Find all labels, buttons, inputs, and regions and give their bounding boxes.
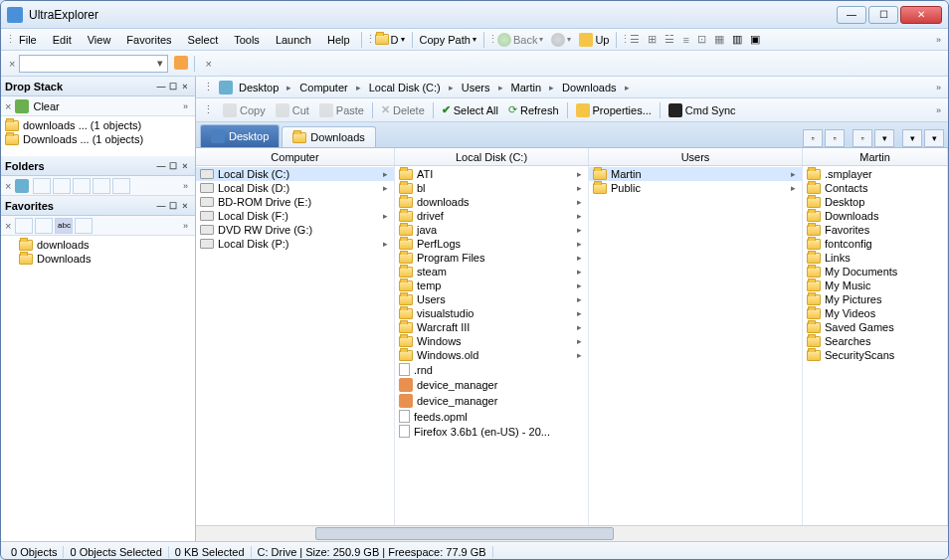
tab-desktop[interactable]: Desktop xyxy=(200,124,280,147)
close-panel-icon[interactable]: × xyxy=(201,58,215,70)
close-panel-icon[interactable]: × xyxy=(5,58,19,70)
dropstack-item[interactable]: downloads ... (1 objects) xyxy=(3,118,193,132)
scrollbar-thumb[interactable] xyxy=(315,527,614,540)
column-item[interactable]: Saved Games xyxy=(803,320,947,334)
column-item[interactable]: java▸ xyxy=(395,223,588,237)
column-item[interactable]: Searches xyxy=(803,334,947,348)
breadcrumb-part[interactable]: Martin xyxy=(507,81,546,94)
copy-path-button[interactable]: Copy Path ▾ xyxy=(416,33,480,47)
column-item[interactable]: Windows▸ xyxy=(395,334,588,348)
menu-select[interactable]: Select xyxy=(180,32,227,48)
close-panel-icon[interactable]: × xyxy=(5,180,11,192)
tab-downloads[interactable]: Downloads xyxy=(282,126,375,147)
chevron-right-icon[interactable]: ▸ xyxy=(623,83,632,93)
menu-launch[interactable]: Launch xyxy=(268,32,319,48)
view-details-button[interactable]: ≡ xyxy=(678,33,692,47)
overflow-chevron[interactable]: » xyxy=(180,221,191,231)
fav-tool-button[interactable]: abc xyxy=(55,218,73,234)
menu-tools[interactable]: Tools xyxy=(226,32,268,48)
column-item[interactable]: Favorites xyxy=(803,223,947,237)
clear-button[interactable]: Clear xyxy=(33,100,59,112)
refresh-button[interactable]: ⟳Refresh xyxy=(504,101,563,118)
column-header[interactable]: Computer xyxy=(196,148,395,165)
folder-tool-button[interactable] xyxy=(33,178,51,194)
paste-button[interactable]: Paste xyxy=(315,101,368,119)
column-item[interactable]: device_manager xyxy=(395,393,588,409)
column-item[interactable]: .rnd xyxy=(395,362,588,377)
column-item[interactable]: ATI▸ xyxy=(395,167,588,181)
column-header[interactable]: Local Disk (C:) xyxy=(395,148,589,165)
view-button[interactable]: ▫ xyxy=(803,129,823,147)
fav-tool-button[interactable] xyxy=(35,218,53,234)
column-item[interactable]: device_manager xyxy=(395,377,588,393)
column-item[interactable]: Windows.old▸ xyxy=(395,348,588,362)
folder-tool-button[interactable] xyxy=(53,178,71,194)
column-item[interactable]: PerfLogs▸ xyxy=(395,237,588,251)
column-item[interactable]: Users▸ xyxy=(395,292,588,306)
forward-button[interactable]: ▾ xyxy=(547,32,575,48)
column-header[interactable]: Users xyxy=(589,148,803,165)
fav-tool-button[interactable] xyxy=(75,218,93,234)
column-item[interactable]: My Videos xyxy=(803,306,947,320)
menu-edit[interactable]: Edit xyxy=(45,32,80,48)
close-button[interactable]: ✕ xyxy=(900,6,942,24)
dropstack-item[interactable]: Downloads ... (1 objects) xyxy=(3,132,193,146)
column-item[interactable]: Martin▸ xyxy=(589,167,802,181)
view-button[interactable]: ▫ xyxy=(825,129,845,147)
back-button[interactable]: Back ▾ xyxy=(493,32,547,48)
column-item[interactable]: DVD RW Drive (G:) xyxy=(196,223,394,237)
column-item[interactable]: Local Disk (C:)▸ xyxy=(196,167,394,181)
chevron-right-icon[interactable]: ▸ xyxy=(496,83,505,93)
menu-file[interactable]: File xyxy=(11,32,45,48)
overflow-chevron[interactable]: » xyxy=(180,101,191,111)
view-small-button[interactable]: ⊡ xyxy=(693,32,710,47)
column-header[interactable]: Martin xyxy=(803,148,948,165)
chevron-right-icon[interactable]: ▸ xyxy=(285,83,293,93)
folder-dropdown[interactable]: D▾ xyxy=(371,33,409,47)
breadcrumb-part[interactable]: Users xyxy=(458,81,494,94)
column-item[interactable]: .smplayer xyxy=(803,167,947,181)
maximize-button[interactable]: ☐ xyxy=(868,6,898,24)
menu-favorites[interactable]: Favorites xyxy=(118,32,179,48)
breadcrumb-part[interactable]: Local Disk (C:) xyxy=(365,81,445,94)
column-item[interactable]: drivef▸ xyxy=(395,209,588,223)
column-item[interactable]: Firefox 3.6b1 (en-US) - 20... xyxy=(395,424,588,439)
view-list-button[interactable]: ☱ xyxy=(661,32,678,47)
favorite-item[interactable]: downloads xyxy=(3,238,193,252)
breadcrumb-part[interactable]: Desktop xyxy=(235,81,283,94)
view-button[interactable]: ▾ xyxy=(874,129,894,147)
horizontal-scrollbar[interactable] xyxy=(196,525,948,541)
panel-restore-icon[interactable]: ☐ xyxy=(167,81,179,93)
panel-minimize-icon[interactable]: — xyxy=(155,81,167,93)
column-item[interactable]: Local Disk (D:)▸ xyxy=(196,181,394,195)
properties-button[interactable]: Properties... xyxy=(572,101,656,119)
chevron-right-icon[interactable]: ▸ xyxy=(547,83,556,93)
panel-close-icon[interactable]: × xyxy=(179,81,191,93)
view-columns-button[interactable]: ▥ xyxy=(728,32,746,47)
overflow-chevron[interactable]: » xyxy=(933,105,944,115)
column-item[interactable]: Warcraft III▸ xyxy=(395,320,588,334)
column-item[interactable]: My Pictures xyxy=(803,292,947,306)
go-button[interactable] xyxy=(174,56,188,72)
chevron-right-icon[interactable]: ▸ xyxy=(447,83,456,93)
folder-tool-button[interactable] xyxy=(73,178,91,194)
column-item[interactable]: visualstudio▸ xyxy=(395,306,588,320)
overflow-chevron[interactable]: » xyxy=(933,35,944,45)
column-item[interactable]: fontconfig xyxy=(803,237,947,251)
chevron-right-icon[interactable]: ▸ xyxy=(354,83,363,93)
panel-minimize-icon[interactable]: — xyxy=(155,200,167,212)
view-dual-button[interactable]: ▣ xyxy=(746,32,764,47)
overflow-chevron[interactable]: » xyxy=(180,181,191,191)
favorite-item[interactable]: Downloads xyxy=(3,252,193,266)
delete-button[interactable]: ✕Delete xyxy=(377,101,429,118)
minimize-button[interactable]: — xyxy=(837,6,866,24)
panel-close-icon[interactable]: × xyxy=(179,200,191,212)
overflow-chevron[interactable]: » xyxy=(933,83,944,93)
column-item[interactable]: BD-ROM Drive (E:) xyxy=(196,195,394,209)
breadcrumb-part[interactable]: Downloads xyxy=(558,81,620,94)
column-item[interactable]: Downloads xyxy=(803,209,947,223)
view-icons-button[interactable]: ⊞ xyxy=(644,32,661,47)
select-all-button[interactable]: ✔Select All xyxy=(438,101,502,118)
menu-view[interactable]: View xyxy=(80,32,119,48)
copy-button[interactable]: Copy xyxy=(219,101,270,119)
